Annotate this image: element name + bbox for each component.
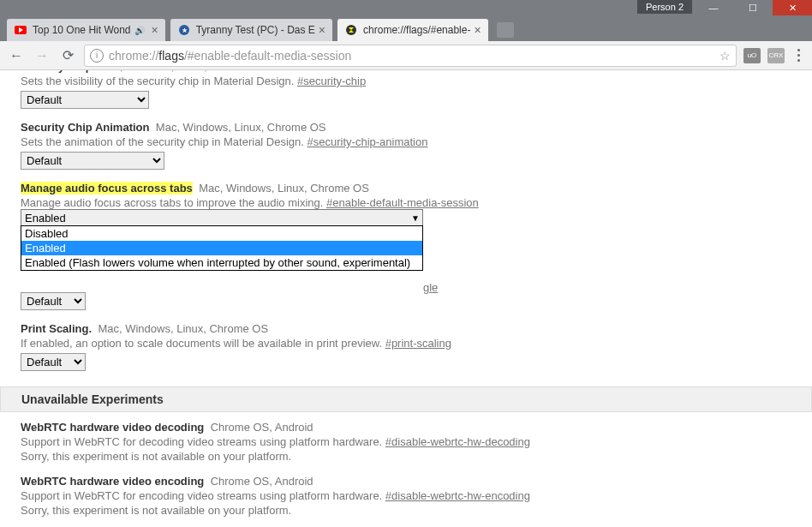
youtube-icon <box>14 23 27 37</box>
flag-hash-link[interactable]: #security-chip <box>297 75 366 87</box>
flag-manage-audio-focus: Manage audio focus across tabs Mac, Wind… <box>0 177 812 233</box>
tab-2[interactable]: chrome://flags/#enable- × <box>337 19 488 41</box>
flag-unavailable-note: Sorry, this experiment is not available … <box>21 504 791 517</box>
flag-hash-link-partial[interactable]: gle <box>423 281 438 294</box>
maximize-button[interactable]: ☐ <box>733 0 773 15</box>
address-bar[interactable]: i chrome://flags/#enable-default-media-s… <box>84 45 737 67</box>
window-titlebar: Person 2 — ☐ ✕ <box>0 0 812 15</box>
minimize-button[interactable]: — <box>694 0 733 15</box>
section-unavailable-header: Unavailable Experiments <box>0 386 812 412</box>
flag-platforms: Mac, Windows, Linux, Chrome OS <box>98 322 268 335</box>
tab-1[interactable]: ★ Tyranny Test (PC) - Das E × <box>170 19 332 41</box>
flag-hash-link[interactable]: #enable-default-media-session <box>326 196 479 209</box>
flag-title: WebRTC hardware video encoding <box>21 475 204 488</box>
flag-select[interactable]: Default <box>21 292 86 310</box>
tab-close-icon[interactable]: × <box>319 23 325 37</box>
flag-webrtc-hw-decoding: WebRTC hardware video decoding Chrome OS… <box>0 416 812 470</box>
flag-description: Support in WebRTC for decoding video str… <box>21 435 791 448</box>
browser-toolbar: ← → ⟳ i chrome://flags/#enable-default-m… <box>0 41 812 70</box>
flag-print-scaling: Print Scaling. Mac, Windows, Linux, Chro… <box>0 317 812 378</box>
chevron-down-icon: ▼ <box>411 213 420 223</box>
flag-title: Manage audio focus across tabs <box>21 182 193 195</box>
reload-button[interactable]: ⟳ <box>58 46 77 65</box>
new-tab-button[interactable] <box>497 22 514 38</box>
tab-title: chrome://flags/#enable- <box>363 24 470 36</box>
page-content: Security Chip Mac, Windows, Linux, Chrom… <box>0 70 812 527</box>
audio-icon[interactable]: 🔊 <box>134 26 145 35</box>
flag-description: Support in WebRTC for encoding video str… <box>21 489 791 502</box>
url-text: chrome://flags/#enable-default-media-ses… <box>109 49 719 63</box>
flag-description: Sets the animation of the security chip … <box>21 135 791 148</box>
flag-unavailable-note: Sorry, this experiment is not available … <box>21 450 791 463</box>
flag-description: Manage audio focus across tabs to improv… <box>21 196 791 209</box>
flag-hash-link[interactable]: #disable-webrtc-hw-encoding <box>385 489 530 502</box>
forward-button[interactable]: → <box>33 46 51 65</box>
window-controls: — ☐ ✕ <box>694 0 812 15</box>
flag-hash-link[interactable]: #security-chip-animation <box>307 135 428 148</box>
flag-description: Sets the visibility of the security chip… <box>21 75 791 87</box>
dropdown-option[interactable]: Disabled <box>21 226 422 241</box>
flag-platforms: Mac, Windows, Linux, Chrome OS <box>99 70 269 73</box>
flag-security-chip-animation: Security Chip Animation Mac, Windows, Li… <box>0 116 812 177</box>
flag-platforms: Chrome OS, Android <box>211 421 313 434</box>
flag-platforms: Mac, Windows, Linux, Chrome OS <box>156 121 326 134</box>
flag-security-chip: Security Chip Mac, Windows, Linux, Chrom… <box>0 70 812 116</box>
svg-text:★: ★ <box>181 27 187 34</box>
tab-0[interactable]: Top 10 One Hit Wond 🔊 × <box>7 19 165 41</box>
flag-platforms: Mac, Windows, Linux, Chrome OS <box>199 182 369 195</box>
flag-title: Print Scaling. <box>21 322 92 335</box>
back-button[interactable]: ← <box>7 46 26 65</box>
flag-select[interactable]: Default <box>21 353 86 371</box>
flag-select[interactable]: Default <box>21 91 149 109</box>
site-info-icon[interactable]: i <box>90 49 104 63</box>
close-button[interactable]: ✕ <box>773 0 812 15</box>
flag-ble-advertising: BLE Advertising in Chrome Apps Chrome OS… <box>0 524 812 527</box>
tab-title: Top 10 One Hit Wond <box>33 24 131 36</box>
flag-title: Security Chip <box>21 70 93 73</box>
bookmark-star-icon[interactable]: ☆ <box>719 49 731 63</box>
flag-hidden: gle Default <box>0 276 812 317</box>
profile-badge[interactable]: Person 2 <box>637 0 692 14</box>
flag-platforms: Chrome OS, Android <box>211 475 313 488</box>
tab-strip: Top 10 One Hit Wond 🔊 × ★ Tyranny Test (… <box>0 15 812 41</box>
flag-select[interactable]: Enabled ▼ <box>21 209 423 226</box>
tab-close-icon[interactable]: × <box>474 23 481 37</box>
dropdown-option[interactable]: Enabled (Flash lowers volume when interr… <box>21 255 422 270</box>
flag-description: If enabled, an option to scale documents… <box>21 337 791 350</box>
dropdown-option[interactable]: Enabled <box>21 241 422 255</box>
flag-hash-link[interactable]: #disable-webrtc-hw-decoding <box>385 435 530 448</box>
tab-close-icon[interactable]: × <box>152 23 158 37</box>
flag-select[interactable]: Default <box>21 152 164 170</box>
flag-title: WebRTC hardware video decoding <box>21 421 204 434</box>
flag-webrtc-hw-encoding: WebRTC hardware video encoding Chrome OS… <box>0 470 812 524</box>
flag-select-dropdown: Disabled Enabled Enabled (Flash lowers v… <box>21 225 423 271</box>
gamestar-icon: ★ <box>177 23 191 37</box>
flag-title: Security Chip Animation <box>21 121 149 134</box>
flag-hash-link[interactable]: #print-scaling <box>385 337 451 350</box>
chrome-menu-button[interactable] <box>791 49 805 62</box>
extension-ublock-icon[interactable]: uO <box>743 48 761 63</box>
tab-title: Tyranny Test (PC) - Das E <box>196 24 315 36</box>
flags-icon <box>344 23 358 37</box>
extension-crx-icon[interactable]: CRX <box>767 48 785 63</box>
